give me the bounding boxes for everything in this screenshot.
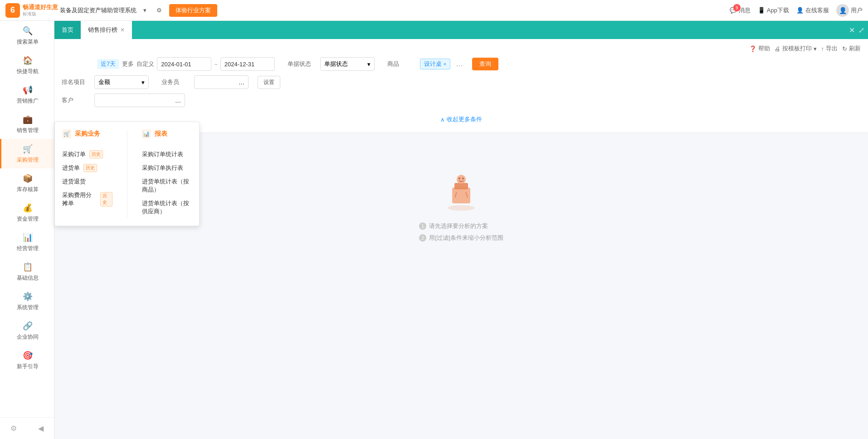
settings-btn[interactable]: 设置 xyxy=(258,76,280,89)
sidebar-item-sales[interactable]: 💼 销售管理 xyxy=(0,109,54,139)
sidebar-item-guide[interactable]: 🎯 新手引导 xyxy=(0,345,54,375)
print-dropdown-icon[interactable]: ▾ xyxy=(814,45,817,52)
date-end-input[interactable] xyxy=(220,57,275,71)
goods-tag: 设计桌 × xyxy=(420,59,450,69)
sidebar-item-search[interactable]: 🔍 搜索菜单 xyxy=(0,21,54,50)
print-btn[interactable]: 🖨 按模板打印 ▾ xyxy=(775,44,817,53)
sidebar-item-basic-info[interactable]: 📋 基础信息 xyxy=(0,257,54,286)
avatar: 👤 xyxy=(836,4,849,17)
finance-icon: 💰 xyxy=(22,202,33,213)
enterprise-icon: 🔗 xyxy=(22,321,33,331)
salesperson-select[interactable]: … xyxy=(194,75,249,89)
svg-rect-2 xyxy=(454,183,468,189)
tab-sales-rank[interactable]: 销售排行榜 ✕ xyxy=(81,21,132,39)
goods-tag-close[interactable]: × xyxy=(444,61,446,67)
main-layout: 🔍 搜索菜单 🏠 快捷导航 📢 营销推广 💼 销售管理 🛒 采购管理 📦 库存核… xyxy=(0,21,868,439)
help-btn[interactable]: ❓ 帮助 xyxy=(749,44,770,53)
sidebar-item-label-finance: 资金管理 xyxy=(17,215,39,223)
rank-label: 排名项目 xyxy=(62,78,89,86)
customer-filter-row: 客户 … xyxy=(62,94,861,107)
voucher-status-select[interactable]: 单据状态 ▾ xyxy=(320,57,375,71)
tab-bar-right: ✕ ⤢ xyxy=(849,26,868,35)
user-btn[interactable]: 👤 用户 xyxy=(836,4,863,17)
date-more-btn[interactable]: 更多 xyxy=(122,60,134,68)
menu-item-purchase-expense[interactable]: 采购费用分摊单 历史 xyxy=(62,188,112,210)
collapse-label: 收起更多条件 xyxy=(447,115,482,123)
purchase-receipt-label: 进货单 xyxy=(62,164,80,172)
reports-icon: 📊 xyxy=(142,129,151,138)
date-7days-btn[interactable]: 近7天 xyxy=(97,59,119,69)
sidebar-item-marketing[interactable]: 📢 营销推广 xyxy=(0,80,54,109)
menu-item-report-3[interactable]: 进货单统计表（按商品） xyxy=(142,175,192,197)
sidebar-item-label-guide: 新手引导 xyxy=(17,363,39,370)
app-download-btn[interactable]: 📱 App下载 xyxy=(758,6,789,15)
sidebar-item-finance[interactable]: 💰 资金管理 xyxy=(0,198,54,227)
system-title: 装备及固定资产辅助管理系统 xyxy=(60,6,137,15)
refresh-label: 刷新 xyxy=(849,44,861,53)
tab-close-icon[interactable]: ✕ xyxy=(120,27,125,33)
page-content: ❓ 帮助 🖨 按模板打印 ▾ ↑ 导出 ↻ xyxy=(54,39,868,439)
menu-item-purchase-receipt[interactable]: 进货单 历史 xyxy=(62,161,112,175)
menu-item-report-4[interactable]: 进货单统计表（按供应商） xyxy=(142,197,192,218)
empty-tip-1: 1 请先选择要分析的方案 xyxy=(419,222,503,230)
tab-fullscreen-icon[interactable]: ⤢ xyxy=(858,26,864,35)
purchase-icon: 🛒 xyxy=(22,143,33,154)
sidebar-settings-btn[interactable]: ⚙ xyxy=(8,421,20,435)
message-icon-wrapper: 💬 9 xyxy=(730,7,737,14)
guide-icon: 🎯 xyxy=(22,350,33,361)
refresh-btn[interactable]: ↻ 刷新 xyxy=(842,44,861,53)
messages-btn[interactable]: 💬 9 消息 xyxy=(730,6,751,15)
tab-home[interactable]: 首页 xyxy=(54,21,81,39)
purchase-expense-history-badge: 历史 xyxy=(100,192,112,207)
purchase-ops-label: 采购业务 xyxy=(75,130,100,138)
customer-dropdown-icon: … xyxy=(175,97,181,104)
tab-close-all-icon[interactable]: ✕ xyxy=(849,26,855,35)
sidebar-item-label-marketing: 营销推广 xyxy=(17,97,39,105)
print-label: 按模板打印 xyxy=(782,44,812,53)
sidebar-item-label-search: 搜索菜单 xyxy=(17,38,39,46)
tip-num-2: 2 xyxy=(419,234,426,242)
home-icon: 🏠 xyxy=(22,55,33,66)
refresh-icon: ↻ xyxy=(842,45,847,52)
date-start-input[interactable] xyxy=(157,57,211,71)
sidebar-item-label-basic-info: 基础信息 xyxy=(17,274,39,282)
export-btn[interactable]: ↑ 导出 xyxy=(821,44,838,53)
toolbar-right: ❓ 帮助 🖨 按模板打印 ▾ ↑ 导出 ↻ xyxy=(749,44,861,53)
sidebar-collapse-btn[interactable]: ◀ xyxy=(35,421,46,435)
header-right: 💬 9 消息 📱 App下载 👤 在线客服 👤 用户 xyxy=(730,4,863,17)
sales-icon: 💼 xyxy=(22,114,33,125)
menu-item-report-1[interactable]: 采购订单统计表 xyxy=(142,148,192,161)
header-settings-icon[interactable]: ⚙ xyxy=(153,4,166,17)
purchase-ops-title: 🛒 采购业务 xyxy=(62,129,112,142)
filter-toolbar-row: ❓ 帮助 🖨 按模板打印 ▾ ↑ 导出 ↻ xyxy=(62,44,861,53)
sidebar-item-purchase[interactable]: 🛒 采购管理 xyxy=(0,139,54,168)
goods-more-btn[interactable]: … xyxy=(456,60,463,68)
date-custom-btn[interactable]: 自定义 xyxy=(137,60,154,68)
industry-btn[interactable]: 体验行业方案 xyxy=(169,4,217,17)
online-service-label: 在线客服 xyxy=(805,6,829,15)
tab-home-label: 首页 xyxy=(62,26,73,34)
sidebar-item-quick-nav[interactable]: 🏠 快捷导航 xyxy=(0,50,54,80)
header-dropdown-btn[interactable]: ▾ xyxy=(140,6,149,15)
rank-select[interactable]: 金额 ▾ xyxy=(94,75,149,89)
header-center: 装备及固定资产辅助管理系统 ▾ ⚙ 体验行业方案 xyxy=(60,4,730,17)
menu-item-purchase-return[interactable]: 进货退货 xyxy=(62,175,112,188)
menu-item-purchase-order[interactable]: 采购订单 历史 xyxy=(62,148,112,161)
marketing-icon: 📢 xyxy=(22,84,33,95)
online-service-btn[interactable]: 👤 在线客服 xyxy=(796,6,829,15)
sidebar-item-operations[interactable]: 📊 经营管理 xyxy=(0,227,54,257)
content-area: 首页 销售排行榜 ✕ ✕ ⤢ ❓ 帮助 xyxy=(54,21,868,439)
report-4-label: 进货单统计表（按供应商） xyxy=(142,199,192,216)
print-icon: 🖨 xyxy=(775,45,780,52)
sidebar-item-label-inventory: 库存核算 xyxy=(17,186,39,193)
basic-info-icon: 📋 xyxy=(22,261,33,272)
customer-select[interactable]: … xyxy=(94,94,185,107)
collapse-up-icon: ∧ xyxy=(440,116,445,123)
query-btn[interactable]: 查询 xyxy=(472,58,498,70)
menu-item-report-2[interactable]: 采购订单执行表 xyxy=(142,161,192,175)
app-download-label: App下载 xyxy=(767,6,789,15)
sidebar-item-inventory[interactable]: 📦 库存核算 xyxy=(0,168,54,198)
brand-sub: 标准版 xyxy=(23,11,58,17)
sidebar-item-enterprise[interactable]: 🔗 企业协同 xyxy=(0,316,54,345)
sidebar-item-system[interactable]: ⚙️ 系统管理 xyxy=(0,286,54,316)
